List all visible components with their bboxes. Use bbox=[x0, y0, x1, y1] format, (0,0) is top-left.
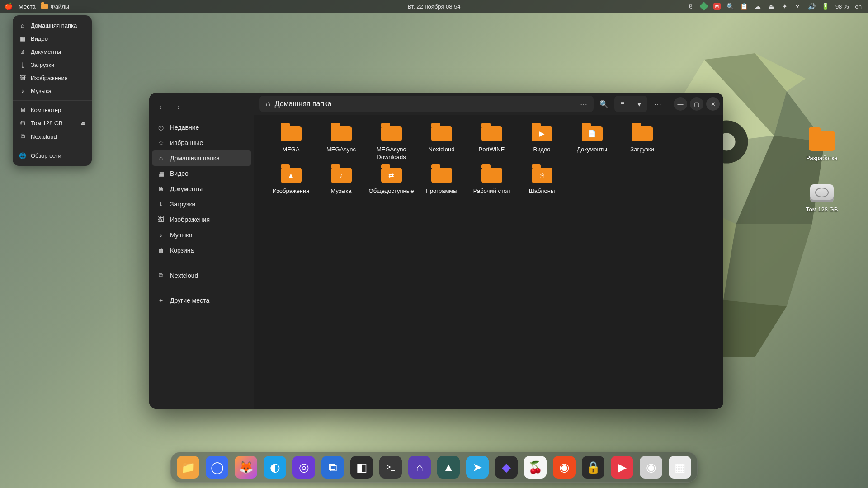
folder-item[interactable]: PortWINE bbox=[467, 124, 517, 161]
folder-item[interactable]: ↓Загрузки bbox=[617, 124, 667, 161]
clock[interactable]: Вт, 22 ноября 08:54 bbox=[407, 3, 460, 10]
sidebar-video[interactable]: ▦Видео bbox=[149, 166, 254, 181]
hamburger-menu-button[interactable]: ⋯ bbox=[650, 96, 665, 112]
menu-files[interactable]: Файлы bbox=[41, 3, 69, 10]
folder-label: Изображения bbox=[266, 188, 316, 195]
cloud-icon: ⧉ bbox=[19, 133, 26, 140]
maximize-button[interactable]: ▢ bbox=[690, 97, 703, 111]
tray-mega-icon[interactable]: M bbox=[713, 3, 721, 10]
tray-clipboard-icon[interactable]: 📋 bbox=[741, 3, 748, 10]
dock-browser[interactable]: ◐ bbox=[264, 456, 286, 479]
places-mount-label: Том 128 GB bbox=[31, 120, 63, 127]
places-item[interactable]: ⭳Загрузки bbox=[13, 58, 92, 71]
desktop-folder[interactable]: Разработка bbox=[800, 131, 844, 161]
path-menu-icon[interactable]: ⋯ bbox=[580, 100, 587, 108]
path-bar[interactable]: ⌂ Домашняя папка ⋯ bbox=[259, 96, 594, 112]
folder-item[interactable]: ⎘Шаблоны bbox=[517, 166, 567, 195]
close-button[interactable]: ✕ bbox=[706, 97, 720, 111]
folder-item[interactable]: MEGAsync Downloads bbox=[366, 124, 416, 161]
tray-extension-icon[interactable]: ✦ bbox=[781, 3, 788, 10]
folder-item[interactable]: Рабочий стол bbox=[467, 166, 517, 195]
document-icon: 🗎 bbox=[157, 185, 165, 192]
folder-item[interactable]: ▶Видео bbox=[517, 124, 567, 161]
dock-disks[interactable]: ◉ bbox=[640, 456, 662, 479]
folder-item[interactable]: Nextcloud bbox=[416, 124, 467, 161]
dock-tor[interactable]: ◎ bbox=[292, 456, 315, 479]
folder-item[interactable]: ♪Музыка bbox=[316, 166, 366, 195]
view-dropdown-button[interactable]: ▾ bbox=[631, 100, 647, 108]
tray-search-icon[interactable]: 🔍 bbox=[727, 3, 734, 10]
dock-obsidian[interactable]: ◆ bbox=[495, 456, 518, 479]
folder-label: Шаблоны bbox=[517, 188, 567, 195]
folder-item[interactable]: MEGAsync bbox=[316, 124, 366, 161]
places-mount[interactable]: ⛁Том 128 GB⏏ bbox=[13, 117, 92, 130]
image-icon: 🖼 bbox=[19, 75, 26, 81]
tray-sync-icon[interactable] bbox=[699, 2, 708, 11]
folder-label: MEGAsync Downloads bbox=[366, 146, 416, 161]
dock-files[interactable]: 📁 bbox=[177, 456, 199, 479]
home-icon: ⌂ bbox=[157, 155, 165, 162]
dock-telegram[interactable]: ➤ bbox=[466, 456, 489, 479]
places-item[interactable]: 🗎Документы bbox=[13, 45, 92, 58]
back-button[interactable]: ‹ bbox=[153, 99, 168, 115]
dock-terminal[interactable]: >_ bbox=[379, 456, 402, 479]
forward-button[interactable]: › bbox=[171, 99, 186, 115]
dock-chromium[interactable]: ◯ bbox=[206, 456, 228, 479]
tray-chat-icon[interactable]: ☁ bbox=[754, 3, 761, 10]
dock-github[interactable]: ⌂ bbox=[408, 456, 431, 479]
sidebar-label: Видео bbox=[170, 170, 189, 177]
places-item[interactable]: ⌂Домашняя папка bbox=[13, 19, 92, 32]
folder-icon: ⎘ bbox=[532, 168, 552, 183]
dock-firefox[interactable]: 🦊 bbox=[235, 456, 257, 479]
sidebar-music[interactable]: ♪Музыка bbox=[149, 227, 254, 243]
folder-item[interactable]: ▲Изображения bbox=[266, 166, 316, 195]
tray-battery-icon[interactable]: 🔋 bbox=[822, 3, 829, 10]
places-item-label: Загрузки bbox=[31, 61, 54, 68]
apple-menu-icon[interactable]: 🍎 bbox=[5, 2, 13, 10]
folder-item[interactable]: ⇄Общедоступные bbox=[366, 166, 416, 195]
places-item[interactable]: 🖼Изображения bbox=[13, 71, 92, 84]
path-label: Домашняя папка bbox=[275, 100, 332, 108]
tray-wifi-icon[interactable]: ᯤ bbox=[795, 3, 802, 10]
menu-places[interactable]: Места bbox=[19, 3, 36, 10]
desktop-folder-label: Разработка bbox=[800, 155, 844, 161]
folder-item[interactable]: MEGA bbox=[266, 124, 316, 161]
places-dropdown: ⌂Домашняя папка▦Видео🗎Документы⭳Загрузки… bbox=[13, 15, 92, 166]
places-mount[interactable]: 🖥Компьютер bbox=[13, 103, 92, 117]
search-button[interactable]: 🔍 bbox=[596, 96, 612, 112]
sidebar-recent[interactable]: ◷Недавние bbox=[149, 120, 254, 135]
sidebar-starred[interactable]: ☆Избранные bbox=[149, 135, 254, 150]
star-icon: ☆ bbox=[157, 139, 165, 146]
sidebar-nextcloud[interactable]: ⧉Nextcloud bbox=[149, 267, 254, 283]
dock-app2[interactable]: ◉ bbox=[553, 456, 576, 479]
sidebar-home[interactable]: ⌂Домашняя папка bbox=[152, 150, 251, 166]
desktop-drive[interactable]: Том 128 GB bbox=[800, 184, 844, 213]
places-mount[interactable]: ⧉Nextcloud bbox=[13, 130, 92, 143]
view-list-button[interactable]: ≡ bbox=[614, 100, 631, 108]
tray-volume-icon[interactable]: 🔊 bbox=[808, 3, 816, 10]
sidebar-images[interactable]: 🖼Изображения bbox=[149, 212, 254, 227]
dock-lock[interactable]: 🔒 bbox=[582, 456, 604, 479]
dock-cherry[interactable]: 🍒 bbox=[524, 456, 547, 479]
tray-graph-icon[interactable]: ༊ bbox=[687, 3, 694, 10]
folder-icon bbox=[809, 131, 835, 151]
dock-app1[interactable]: ▲ bbox=[437, 456, 460, 479]
places-item[interactable]: ▦Видео bbox=[13, 32, 92, 45]
keyboard-lang[interactable]: en bbox=[855, 3, 862, 10]
dock-figma[interactable]: ◧ bbox=[350, 456, 373, 479]
dock-apps[interactable]: ▦ bbox=[669, 456, 691, 479]
dock-media[interactable]: ▶ bbox=[611, 456, 633, 479]
folder-item[interactable]: 📄Документы bbox=[567, 124, 617, 161]
main-area: ⌂ Домашняя папка ⋯ 🔍 ≡ ▾ ⋯ — ▢ ✕ MEGAMEG… bbox=[254, 93, 723, 409]
sidebar-downloads[interactable]: ⭳Загрузки bbox=[149, 197, 254, 212]
folder-item[interactable]: Программы bbox=[416, 166, 467, 195]
dock-vscode[interactable]: ⧉ bbox=[321, 456, 344, 479]
places-network[interactable]: 🌐 Обзор сети bbox=[13, 149, 92, 162]
tray-eject-icon[interactable]: ⏏ bbox=[768, 3, 775, 10]
sidebar-documents[interactable]: 🗎Документы bbox=[149, 181, 254, 197]
eject-icon[interactable]: ⏏ bbox=[81, 120, 85, 126]
sidebar-trash[interactable]: 🗑Корзина bbox=[149, 243, 254, 258]
sidebar-other-places[interactable]: +Другие места bbox=[149, 293, 254, 308]
places-item[interactable]: ♪Музыка bbox=[13, 84, 92, 98]
minimize-button[interactable]: — bbox=[674, 97, 687, 111]
